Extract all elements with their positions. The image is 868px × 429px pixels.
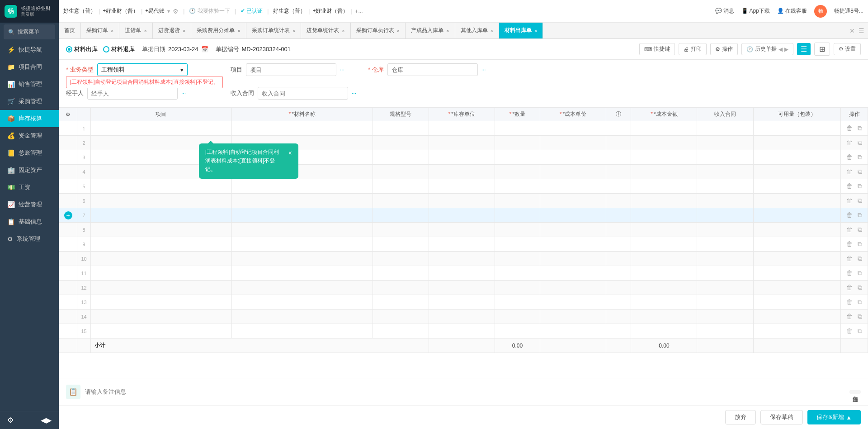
delete-row-btn[interactable]: 🗑 <box>844 181 854 191</box>
delete-row-btn[interactable]: 🗑 <box>844 124 854 133</box>
sidebar-item-capital[interactable]: 💰 资金管理 <box>0 127 59 144</box>
tooltip-close-button[interactable]: × <box>288 148 292 158</box>
tab-goods-return-close[interactable]: × <box>183 28 185 33</box>
warehouse-input[interactable] <box>387 63 478 76</box>
topbar-settings-icon[interactable]: ⚙ <box>173 8 179 15</box>
sidebar-item-sales[interactable]: 📊 销售管理 <box>0 76 59 93</box>
discard-button[interactable]: 放弃 <box>725 410 756 424</box>
tab-purchase-order-close[interactable]: × <box>111 28 113 33</box>
delete-row-btn[interactable]: 🗑 <box>844 225 854 234</box>
topbar-link-5[interactable]: +好业财（普） <box>312 7 348 15</box>
copy-row-btn[interactable]: ⧉ <box>856 153 864 162</box>
tab-goods-stat-close[interactable]: × <box>342 28 344 33</box>
copy-row-btn[interactable]: ⧉ <box>856 283 864 292</box>
settings-button[interactable]: ⚙ 设置 <box>834 43 861 55</box>
save-new-button[interactable]: 保存&新增 ▲ <box>807 410 861 424</box>
add-row-button[interactable]: + <box>64 211 72 219</box>
tab-other-in-close[interactable]: × <box>491 28 493 33</box>
collapse-icon[interactable]: ◀▶ <box>41 416 52 424</box>
delete-row-btn[interactable]: 🗑 <box>844 254 854 263</box>
copy-row-btn[interactable]: ⧉ <box>856 326 864 336</box>
delete-row-btn[interactable]: 🗑 <box>844 297 854 306</box>
save-new-dropdown-icon[interactable]: ▲ <box>846 414 852 421</box>
income-contract-input[interactable] <box>258 87 348 100</box>
delete-row-btn[interactable]: 🗑 <box>844 167 854 176</box>
username[interactable]: 畅捷通8号... <box>834 7 863 15</box>
operation-button[interactable]: ⚙ 操作 <box>710 43 738 55</box>
copy-row-btn[interactable]: ⧉ <box>856 196 864 205</box>
sidebar-item-operations[interactable]: 📈 经营管理 <box>0 196 59 213</box>
view-list-icon[interactable]: ☰ <box>797 43 811 55</box>
search-menu[interactable]: 🔍 搜索菜单 <box>4 24 55 39</box>
radio-material-out[interactable]: 材料出库 <box>66 45 98 53</box>
sidebar-item-payroll[interactable]: 💵 工资 <box>0 179 59 196</box>
delete-row-btn[interactable]: 🗑 <box>844 283 854 292</box>
copy-row-btn[interactable]: ⧉ <box>856 225 864 234</box>
save-draft-button[interactable]: 保存草稿 <box>760 410 803 424</box>
tab-home[interactable]: 首页 <box>59 23 81 39</box>
tab-purchase-expense[interactable]: 采购费用分摊单 × <box>191 23 246 39</box>
delete-row-btn[interactable]: 🗑 <box>844 268 854 277</box>
topbar-link-2[interactable]: +好业财（普） <box>103 7 138 15</box>
sidebar-item-fixed-assets[interactable]: 🏢 固定资产 <box>0 162 59 179</box>
online-service-link[interactable]: 👤 在线客服 <box>777 7 807 15</box>
view-grid-icon[interactable]: ⊞ <box>814 43 830 56</box>
copy-row-btn[interactable]: ⧉ <box>856 297 864 307</box>
topbar-dropdown-icon[interactable]: ▾ <box>167 8 170 14</box>
row7-material-input[interactable] <box>235 212 370 219</box>
col-gear[interactable]: ⚙ <box>59 108 77 121</box>
shortcut-button[interactable]: ⌨ 快捷键 <box>639 43 675 55</box>
copy-row-btn[interactable]: ⧉ <box>856 254 864 263</box>
copy-row-btn[interactable]: ⧉ <box>856 268 864 278</box>
message-link[interactable]: 💬 消息 <box>715 7 734 15</box>
sidebar-item-purchase[interactable]: 🛒 采购管理 <box>0 93 59 110</box>
tab-other-in[interactable]: 其他入库单 × <box>455 23 499 39</box>
handler-more-icon[interactable]: ··· <box>181 90 186 96</box>
topbar-link-3[interactable]: +易代账 <box>145 7 165 15</box>
tab-material-out-close[interactable]: × <box>534 28 537 33</box>
tab-close-current[interactable]: ✕ <box>849 27 855 34</box>
project-more-icon[interactable]: ··· <box>340 67 344 73</box>
copy-row-btn[interactable]: ⧉ <box>856 312 864 321</box>
history-button[interactable]: 🕐 历史单据 ◀ ▶ <box>741 43 793 55</box>
tab-goods-stat[interactable]: 进货单统计表 × <box>301 23 350 39</box>
tab-goods-receipt[interactable]: 进货单 × <box>119 23 152 39</box>
tab-finished-goods-close[interactable]: × <box>446 28 449 33</box>
tab-material-out[interactable]: 材料出库单 × <box>499 23 543 39</box>
tab-purchase-stat[interactable]: 采购订单统计表 × <box>246 23 301 39</box>
radio-material-return[interactable]: 材料退库 <box>103 45 135 53</box>
topbar-link-4[interactable]: 好生意（普） <box>273 7 306 15</box>
delete-row-btn[interactable]: 🗑 <box>844 326 854 335</box>
handler-input[interactable] <box>87 87 178 100</box>
tab-finished-goods[interactable]: 产成品入库单 × <box>406 23 455 39</box>
topbar-link-more[interactable]: +... <box>355 8 363 14</box>
delete-row-btn[interactable]: 🗑 <box>844 210 854 219</box>
nav-next-icon[interactable]: ▶ <box>784 46 788 52</box>
settings-icon[interactable]: ⚙ <box>7 416 14 424</box>
app-download-link[interactable]: 📱 App下载 <box>741 7 770 15</box>
business-type-select[interactable]: 工程领料 ▾ <box>97 63 188 76</box>
print-button[interactable]: 🖨 打印 <box>679 43 707 55</box>
delete-row-btn[interactable]: 🗑 <box>844 312 854 321</box>
sidebar-item-system[interactable]: ⚙ 系统管理 <box>0 230 59 248</box>
sidebar-item-project-contract[interactable]: 📁 项目合同 <box>0 58 59 76</box>
sidebar-item-inventory[interactable]: 📦 库存核算 <box>0 110 59 127</box>
calendar-icon[interactable]: 📅 <box>201 46 208 52</box>
copy-row-btn[interactable]: ⧉ <box>856 239 864 249</box>
sidebar-item-base-info[interactable]: 📋 基础信息 <box>0 213 59 230</box>
delete-row-btn[interactable]: 🗑 <box>844 196 854 205</box>
tab-purchase-order[interactable]: 采购订单 × <box>81 23 119 39</box>
tab-purchase-exec-close[interactable]: × <box>397 28 400 33</box>
tab-purchase-stat-close[interactable]: × <box>292 28 295 33</box>
copy-row-btn[interactable]: ⧉ <box>856 210 864 220</box>
delete-row-btn[interactable]: 🗑 <box>844 153 854 162</box>
delete-row-btn[interactable]: 🗑 <box>844 239 854 248</box>
tab-purchase-exec[interactable]: 采购订单执行表 × <box>351 23 406 39</box>
note-input[interactable] <box>85 388 845 395</box>
tab-goods-receipt-close[interactable]: × <box>144 28 146 33</box>
sidebar-item-accounting[interactable]: 📒 总账管理 <box>0 144 59 162</box>
topbar-experience[interactable]: 🕐 我要体验一下 <box>189 7 230 15</box>
delete-row-btn[interactable]: 🗑 <box>844 138 854 147</box>
copy-row-btn[interactable]: ⧉ <box>856 124 864 133</box>
nav-prev-icon[interactable]: ◀ <box>778 46 783 52</box>
